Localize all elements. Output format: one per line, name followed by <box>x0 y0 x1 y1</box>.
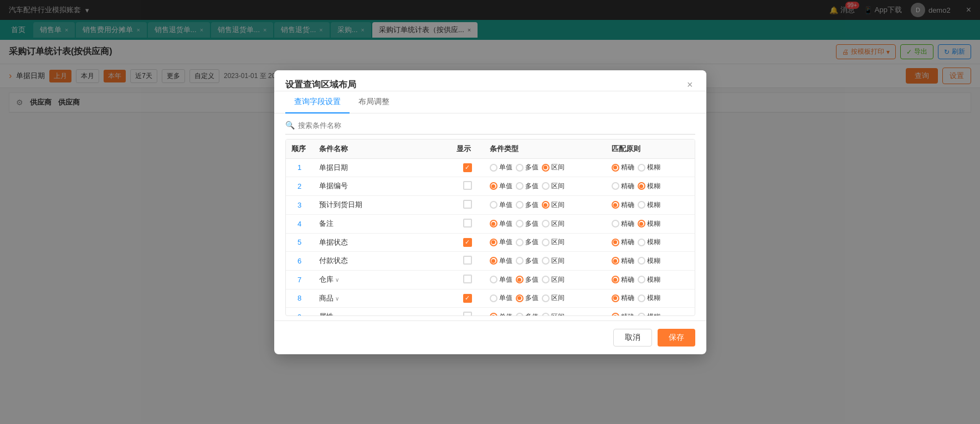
row-display-2[interactable] <box>451 177 484 195</box>
type-radio-type_multi-3[interactable]: 多值 <box>516 200 538 210</box>
row-display-7[interactable] <box>451 270 484 289</box>
rule-radio-rule_exact-5[interactable]: 精确 <box>612 237 634 247</box>
type-radio-type_multi-9[interactable]: 多值 <box>516 312 538 316</box>
type-radio-type_range-4[interactable]: 区间 <box>542 219 565 229</box>
row-rule-9: 精确模糊 <box>606 307 695 316</box>
modal-close-button[interactable]: × <box>685 79 695 91</box>
display-checkbox-3[interactable] <box>463 200 472 209</box>
rule-radio-rule_fuzzy-5[interactable]: 模糊 <box>638 237 660 247</box>
display-checkbox-8[interactable] <box>463 294 472 303</box>
type-radio-type_multi-5[interactable]: 多值 <box>516 237 538 247</box>
expand-icon[interactable]: ∨ <box>335 277 339 283</box>
type-radio-type_range-8[interactable]: 区间 <box>542 293 565 303</box>
fields-table-container: 顺序 条件名称 显示 条件类型 匹配原则 1单据日期单值多值区间精确模糊2单据编… <box>285 139 695 316</box>
radio-label: 区间 <box>551 237 565 247</box>
display-checkbox-9[interactable] <box>463 312 472 316</box>
row-display-6[interactable] <box>451 251 484 270</box>
rule-radio-rule_fuzzy-4[interactable]: 模糊 <box>638 219 660 229</box>
radio-label: 多值 <box>525 200 538 210</box>
table-row: 8商品 ∨单值多值区间精确模糊 <box>286 289 695 307</box>
row-display-3[interactable] <box>451 195 484 214</box>
tab-field-settings[interactable]: 查询字段设置 <box>285 91 350 113</box>
rule-radio-rule_fuzzy-2[interactable]: 模糊 <box>638 182 660 191</box>
row-display-4[interactable] <box>451 214 484 233</box>
type-radio-type_single-2[interactable]: 单值 <box>490 182 512 191</box>
type-radio-type_range-3[interactable]: 区间 <box>542 200 565 210</box>
tab-layout-adjust[interactable]: 布局调整 <box>350 91 398 113</box>
type-radio-type_multi-2[interactable]: 多值 <box>516 182 538 191</box>
radio-label: 单值 <box>499 293 512 303</box>
row-display-1[interactable] <box>451 158 484 177</box>
type-radio-type_single-5[interactable]: 单值 <box>490 237 512 247</box>
table-row: 6付款状态单值多值区间精确模糊 <box>286 251 695 270</box>
modal-footer: 取消 保存 <box>274 320 706 354</box>
rule-radio-rule_exact-7[interactable]: 精确 <box>612 275 634 285</box>
row-rule-3: 精确模糊 <box>606 195 695 214</box>
radio-circle-icon <box>638 164 645 172</box>
row-display-9[interactable] <box>451 307 484 316</box>
radio-label: 区间 <box>551 312 565 316</box>
type-radio-type_multi-7[interactable]: 多值 <box>516 275 538 285</box>
radio-circle-icon <box>612 201 619 209</box>
rule-radio-rule_fuzzy-7[interactable]: 模糊 <box>638 275 660 285</box>
type-radio-type_multi-6[interactable]: 多值 <box>516 256 538 266</box>
rule-radio-rule_exact-1[interactable]: 精确 <box>612 163 634 172</box>
radio-label: 区间 <box>551 182 565 191</box>
display-checkbox-6[interactable] <box>463 256 472 265</box>
table-row: 7仓库 ∨单值多值区间精确模糊 <box>286 270 695 289</box>
radio-circle-icon <box>542 220 550 227</box>
expand-icon[interactable]: ∨ <box>335 296 339 302</box>
rule-radio-rule_exact-3[interactable]: 精确 <box>612 200 634 210</box>
type-radio-type_range-7[interactable]: 区间 <box>542 275 565 285</box>
type-radio-type_range-9[interactable]: 区间 <box>542 312 565 316</box>
rule-radio-rule_exact-9[interactable]: 精确 <box>612 312 634 316</box>
display-checkbox-2[interactable] <box>463 181 472 190</box>
display-checkbox-4[interactable] <box>463 219 472 227</box>
rule-radio-rule_exact-6[interactable]: 精确 <box>612 256 634 266</box>
row-type-4: 单值多值区间 <box>484 214 606 233</box>
row-type-7: 单值多值区间 <box>484 270 606 289</box>
display-checkbox-5[interactable] <box>463 238 472 247</box>
type-radio-type_range-5[interactable]: 区间 <box>542 237 565 247</box>
type-radio-type_single-7[interactable]: 单值 <box>490 275 512 285</box>
type-radio-type_range-1[interactable]: 区间 <box>542 163 565 172</box>
radio-circle-icon <box>542 182 550 190</box>
row-display-5[interactable] <box>451 233 484 251</box>
modal-overlay: 设置查询区域布局 × 查询字段设置 布局调整 🔍 <box>0 0 980 424</box>
type-radio-type_multi-8[interactable]: 多值 <box>516 293 538 303</box>
rule-radio-rule_fuzzy-9[interactable]: 模糊 <box>638 312 660 316</box>
radio-label: 模糊 <box>647 219 660 229</box>
type-radio-type_single-1[interactable]: 单值 <box>490 163 512 172</box>
expand-icon[interactable]: ∨ <box>335 314 339 316</box>
type-radio-type_multi-4[interactable]: 多值 <box>516 219 538 229</box>
type-radio-type_single-6[interactable]: 单值 <box>490 256 512 266</box>
rule-radio-rule_exact-2[interactable]: 精确 <box>612 182 634 191</box>
type-radio-type_single-3[interactable]: 单值 <box>490 200 512 210</box>
rule-radio-rule_exact-8[interactable]: 精确 <box>612 293 634 303</box>
display-checkbox-7[interactable] <box>463 275 472 283</box>
radio-label: 多值 <box>525 219 538 229</box>
type-radio-type_multi-1[interactable]: 多值 <box>516 163 538 172</box>
display-checkbox-1[interactable] <box>463 163 472 172</box>
radio-label: 多值 <box>525 182 538 191</box>
radio-label: 模糊 <box>647 200 660 210</box>
radio-circle-icon <box>638 294 645 302</box>
rule-radio-rule_fuzzy-6[interactable]: 模糊 <box>638 256 660 266</box>
radio-label: 精确 <box>621 200 634 210</box>
type-radio-type_range-2[interactable]: 区间 <box>542 182 565 191</box>
rule-radio-rule_fuzzy-1[interactable]: 模糊 <box>638 163 660 172</box>
radio-circle-icon <box>516 276 524 283</box>
rule-radio-rule_exact-4[interactable]: 精确 <box>612 219 634 229</box>
type-radio-type_range-6[interactable]: 区间 <box>542 256 565 266</box>
type-radio-type_single-9[interactable]: 单值 <box>490 312 512 316</box>
type-radio-type_single-4[interactable]: 单值 <box>490 219 512 229</box>
row-name-7: 仓库 ∨ <box>314 270 451 289</box>
rule-radio-rule_fuzzy-8[interactable]: 模糊 <box>638 293 660 303</box>
cancel-button[interactable]: 取消 <box>613 329 652 347</box>
row-display-8[interactable] <box>451 289 484 307</box>
radio-circle-icon <box>612 257 619 265</box>
type-radio-type_single-8[interactable]: 单值 <box>490 293 512 303</box>
rule-radio-rule_fuzzy-3[interactable]: 模糊 <box>638 200 660 210</box>
save-button[interactable]: 保存 <box>658 329 695 347</box>
search-input[interactable] <box>295 120 695 131</box>
